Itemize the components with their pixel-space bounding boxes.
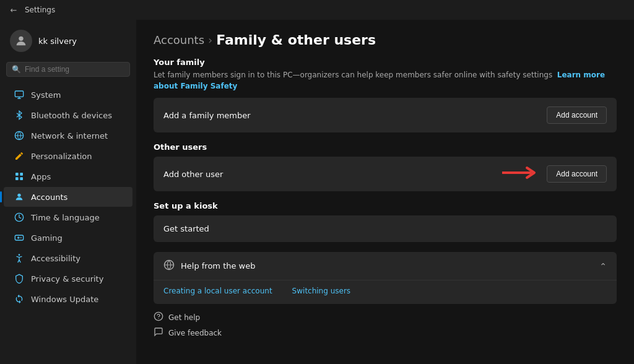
family-member-row: Add a family member Add account [154,98,617,132]
sidebar-item-time[interactable]: Time & language [4,207,132,227]
other-user-row: Add other user Add account [154,157,617,191]
main-layout: kk silvery 🔍 System Bluetooth & devices [0,20,634,364]
sidebar-item-label: Time & language [31,213,100,222]
privacy-icon [14,273,25,284]
svg-rect-3 [15,173,19,176]
give-feedback-label: Give feedback [168,329,222,337]
add-other-user-label: Add other user [163,170,223,179]
get-help-label: Get help [168,313,200,322]
svg-point-7 [17,194,20,197]
sidebar-item-accounts[interactable]: Accounts [4,187,132,207]
titlebar: ← Settings [0,0,634,20]
username: kk silvery [38,37,77,46]
sidebar-item-label: Bluetooth & devices [31,111,112,120]
help-title: Help from the web [181,261,256,271]
breadcrumb-current: Family & other users [216,32,376,48]
svg-rect-4 [20,173,23,176]
add-other-account-button[interactable]: Add account [547,165,607,183]
sidebar-item-accessibility[interactable]: Accessibility [4,248,132,268]
svg-point-10 [19,254,20,256]
titlebar-title: Settings [25,6,55,14]
sidebar-item-label: Gaming [31,233,63,243]
svg-point-13 [158,318,158,319]
gaming-icon [14,232,25,243]
add-family-account-button[interactable]: Add account [547,106,607,124]
your-family-title: Your family [154,58,617,67]
sidebar-item-network[interactable]: Network & internet [4,126,132,145]
user-section: kk silvery [0,25,136,59]
nav-list: System Bluetooth & devices Network & int… [0,84,136,310]
update-icon [14,293,25,305]
get-help-icon [154,311,163,323]
kiosk-card: Get started [154,215,617,242]
accounts-icon [14,191,25,202]
help-header[interactable]: Help from the web ⌃ [154,252,617,280]
add-family-label: Add a family member [163,111,251,120]
kiosk-row: Get started [154,215,617,242]
sidebar-item-personalization[interactable]: Personalization [4,146,132,166]
feedback-icon [154,327,163,339]
help-header-left: Help from the web [163,259,256,272]
other-user-card: Add other user Add account [154,157,617,191]
bottom-links: Get help Give feedback [154,311,617,339]
sidebar-item-label: Accounts [31,193,67,202]
kiosk-title: Set up a kiosk [154,201,617,210]
get-help-link[interactable]: Get help [154,311,617,323]
give-feedback-link[interactable]: Give feedback [154,327,617,339]
chevron-up-icon: ⌃ [599,261,607,271]
sidebar-item-gaming[interactable]: Gaming [4,228,132,248]
sidebar-item-bluetooth[interactable]: Bluetooth & devices [4,105,132,125]
search-icon: 🔍 [12,65,21,74]
personalization-icon [14,150,25,162]
back-button[interactable]: ← [7,4,20,16]
search-input[interactable] [25,65,124,74]
family-member-card: Add a family member Add account [154,98,617,132]
svg-rect-5 [15,177,19,180]
sidebar-item-label: Privacy & security [31,274,103,284]
svg-point-0 [19,37,23,41]
sidebar-item-label: Windows Update [31,295,98,304]
content-area: Accounts › Family & other users Your fam… [136,20,634,364]
help-section: Help from the web ⌃ Creating a local use… [154,252,617,304]
sidebar-item-apps[interactable]: Apps [4,167,132,186]
bluetooth-icon [14,110,25,121]
kiosk-label: Get started [163,224,209,233]
other-users-title: Other users [154,142,617,152]
sidebar-item-label: Network & internet [31,131,108,141]
red-arrow-icon [502,166,539,183]
network-icon [14,130,25,141]
accessibility-icon [14,253,25,264]
breadcrumb: Accounts › Family & other users [154,32,617,48]
sidebar-item-label: Apps [31,172,51,181]
time-icon [14,212,25,223]
breadcrumb-parent[interactable]: Accounts [154,33,204,46]
sidebar-item-label: System [31,90,61,100]
breadcrumb-separator: › [208,33,212,46]
svg-rect-6 [20,177,23,180]
system-icon [14,89,25,100]
sidebar: kk silvery 🔍 System Bluetooth & devices [0,20,136,364]
sidebar-item-system[interactable]: System [4,85,132,105]
search-box[interactable]: 🔍 [6,62,130,77]
sidebar-item-label: Accessibility [31,254,80,263]
sidebar-item-update[interactable]: Windows Update [4,289,132,309]
apps-icon [14,171,25,182]
svg-rect-1 [15,91,23,97]
avatar [10,30,32,52]
help-link-switching[interactable]: Switching users [292,287,350,295]
globe-icon [163,259,175,272]
your-family-desc: Let family members sign in to this PC—or… [154,69,617,92]
help-link-local[interactable]: Creating a local user account [163,287,272,295]
sidebar-item-label: Personalization [31,152,92,161]
sidebar-item-privacy[interactable]: Privacy & security [4,269,132,288]
help-links: Creating a local user account Switching … [154,280,617,304]
arrow-indicator: Add account [502,165,607,183]
